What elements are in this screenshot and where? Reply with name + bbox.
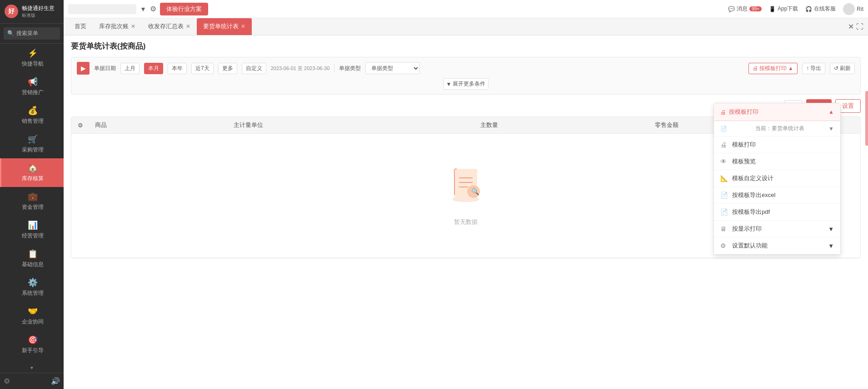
dropdown-item-export-excel[interactable]: 📄 按模板导出excel	[714, 187, 840, 204]
footer-audio-button[interactable]: 🔊	[51, 377, 60, 385]
maximize-button[interactable]: ⛶	[856, 23, 863, 31]
tab-order-stats[interactable]: 要货单统计表 ✕	[197, 18, 252, 35]
print-icon: 🖨	[753, 65, 758, 71]
current-template-item[interactable]: 📄 当前：要货单统计表 ▼	[714, 121, 840, 136]
dropdown-header[interactable]: 🖨 按模板打印 ▲	[714, 103, 840, 121]
template-design-icon: 📐	[720, 175, 728, 182]
sidebar-item-quicknav[interactable]: ⚡ 快捷导航	[0, 44, 64, 72]
type-select[interactable]: 单据类型	[365, 62, 420, 74]
sidebar-item-system[interactable]: ⚙️ 系统管理	[0, 273, 64, 302]
tab-inventory-batch[interactable]: 库存批次账 ✕	[93, 18, 142, 35]
expand-more-button[interactable]: ▼ 展开更多条件	[443, 78, 489, 90]
date-btn-last-month[interactable]: 上月	[120, 63, 140, 74]
resize-handle[interactable]	[865, 91, 868, 146]
date-btn-7days[interactable]: 近7天	[191, 63, 214, 74]
app-download-button[interactable]: 📱 App下载	[769, 5, 798, 13]
inventory-icon: 🏠	[28, 163, 38, 173]
online-service-button[interactable]: 🎧 在线客服	[805, 5, 836, 13]
date-range-display: 2023-06-01 至 2023-06-30	[271, 65, 330, 72]
svg-text:🔍: 🔍	[471, 188, 479, 196]
headset-icon: 🎧	[805, 6, 812, 12]
tab-close-order-stats[interactable]: ✕	[241, 23, 245, 30]
dropdown-item-default-fn[interactable]: ⚙ 设置默认功能 ▼	[714, 237, 840, 254]
quicknav-icon: ⚡	[28, 48, 38, 58]
empty-icon: 🔍	[445, 165, 486, 213]
sidebar-item-purchase[interactable]: 🛒 采购管理	[0, 130, 64, 158]
sidebar-logo: 好 畅捷通好生意 标准版	[0, 0, 64, 24]
sidebar-item-collab[interactable]: 🤝 企业协同	[0, 302, 64, 330]
user-avatar-area[interactable]: Rit	[843, 3, 863, 15]
dropdown-item-display-print[interactable]: 🖥 按显示打印 ▼	[714, 221, 840, 237]
sidebar-item-appstore[interactable]: 📱 应用中心	[0, 359, 64, 363]
expand-chevron-icon: ▼	[446, 81, 452, 87]
tab-close-inventory-batch[interactable]: ✕	[131, 23, 135, 30]
sidebar-item-marketing[interactable]: 📢 营销推广	[0, 72, 64, 101]
search-menu-button[interactable]: 🔍 搜索菜单	[4, 27, 60, 40]
date-btn-custom[interactable]: 自定义	[242, 63, 266, 74]
sidebar-item-newguide[interactable]: 🎯 新手引导	[0, 330, 64, 359]
close-all-tabs-button[interactable]: ✕	[848, 22, 854, 31]
marketing-icon: 📢	[28, 77, 38, 87]
sidebar-item-inventory[interactable]: 🏠 库存核算	[0, 158, 64, 187]
main-content: ▼ ⚙ 体验行业方案 💬 消息 99+ 📱 App下载 🎧 在线客服 Rit	[64, 0, 868, 389]
export-button[interactable]: ↑ 导出	[802, 63, 825, 74]
filter-row: ▶ 单据日期 上月 本月 本年 近7天 更多 自定义 2023-06-01 至 …	[77, 62, 855, 75]
sidebar-item-sales[interactable]: 💰 销售管理	[0, 101, 64, 130]
message-button[interactable]: 💬 消息 99+	[728, 5, 762, 13]
print-template-button[interactable]: 🖨 按模板打印 ▲	[748, 63, 798, 74]
sidebar-item-operations[interactable]: 📊 经营管理	[0, 216, 64, 244]
sidebar-search-area: 🔍 搜索菜单	[0, 24, 64, 44]
download-icon: 📱	[769, 6, 776, 12]
th-quantity: 主数量	[475, 117, 649, 134]
sidebar-item-basic[interactable]: 📋 基础信息	[0, 244, 64, 273]
system-icon: ⚙️	[28, 278, 38, 288]
display-print-left: 🖥 按显示打印	[720, 225, 762, 233]
display-print-icon: 🖥	[720, 225, 728, 232]
empty-text: 暂无数据	[454, 218, 478, 226]
type-label: 单据类型	[339, 65, 361, 72]
export-icon: ↑	[806, 65, 809, 71]
logo-icon: 好	[5, 5, 18, 18]
th-settings[interactable]: ⚙	[71, 117, 90, 134]
sidebar-item-finance[interactable]: 💼 资金管理	[0, 187, 64, 216]
topbar-dropdown-button[interactable]: ▼	[140, 5, 146, 13]
display-print-chevron: ▼	[828, 226, 834, 232]
template-print-icon: 🖨	[720, 141, 728, 148]
avatar	[843, 3, 855, 15]
logo-text: 畅捷通好生意 标准版	[22, 5, 55, 19]
template-preview-icon: 👁	[720, 158, 728, 165]
tabbar-right: ✕ ⛶	[848, 22, 863, 31]
filter-toggle-button[interactable]: ▶	[77, 62, 90, 75]
export-pdf-icon: 📄	[720, 208, 728, 216]
dropdown-item-template-print[interactable]: 🖨 模板打印	[714, 136, 840, 153]
date-label: 单据日期	[94, 65, 116, 72]
dropdown-item-export-pdf[interactable]: 📄 按模板导出pdf	[714, 204, 840, 221]
tab-receipts-summary[interactable]: 收发存汇总表 ✕	[142, 18, 197, 35]
refresh-icon: ↺	[834, 65, 838, 71]
page-title: 要货单统计表(按商品)	[71, 41, 861, 51]
tab-home[interactable]: 首页	[68, 18, 93, 35]
default-fn-chevron: ▼	[828, 242, 834, 249]
operations-icon: 📊	[28, 220, 38, 230]
default-fn-left: ⚙ 设置默认功能	[720, 242, 768, 250]
message-icon: 💬	[728, 6, 735, 12]
topbar-search-input[interactable]	[68, 4, 136, 14]
expand-more-row: ▼ 展开更多条件	[77, 78, 855, 90]
topbar-settings-button[interactable]: ⚙	[150, 5, 156, 13]
dropdown-chevron-icon: ▲	[828, 109, 834, 115]
sidebar-footer: ⚙ 🔊	[0, 373, 64, 389]
date-btn-this-year[interactable]: 本年	[168, 63, 187, 74]
print-header-icon: 🖨	[720, 109, 726, 116]
date-btn-this-month[interactable]: 本月	[144, 63, 163, 74]
filter-bar: ▶ 单据日期 上月 本月 本年 近7天 更多 自定义 2023-06-01 至 …	[71, 57, 861, 95]
tab-close-receipts-summary[interactable]: ✕	[186, 23, 190, 30]
refresh-button[interactable]: ↺ 刷新	[830, 63, 855, 74]
sidebar-scroll-down[interactable]: ▼	[0, 363, 64, 373]
dropdown-item-template-preview[interactable]: 👁 模板预览	[714, 153, 840, 170]
sidebar-nav: ⚡ 快捷导航 📢 营销推广 💰 销售管理 🛒 采购管理 🏠 库存核算 💼 资金管…	[0, 44, 64, 363]
current-template-icon: 📄	[720, 126, 727, 132]
footer-settings-button[interactable]: ⚙	[4, 377, 10, 385]
date-btn-more[interactable]: 更多	[218, 63, 237, 74]
trial-button[interactable]: 体验行业方案	[160, 3, 208, 15]
dropdown-item-template-design[interactable]: 📐 模板自定义设计	[714, 170, 840, 187]
